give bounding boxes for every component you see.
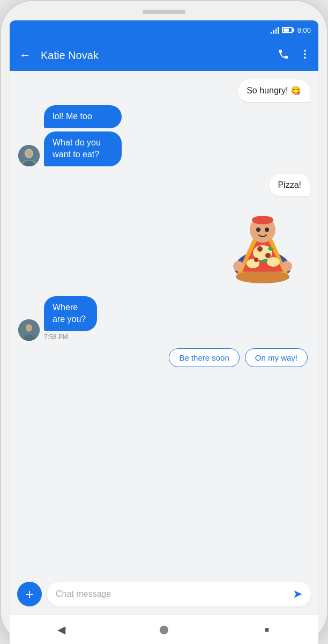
signal-icon [271, 26, 279, 34]
phone-icon[interactable] [278, 48, 289, 63]
contact-name: Katie Novak [41, 49, 270, 62]
top-bar: ← Katie Novak [10, 40, 318, 71]
smart-reply-chip-2[interactable]: On my way! [245, 348, 308, 367]
message-bubble: Pizza! [269, 174, 310, 196]
avatar [18, 145, 40, 166]
status-time: 8:00 [297, 26, 311, 34]
message-bubble: Where are you? [44, 296, 97, 331]
nav-bar: ◀ ⬤ ■ [10, 614, 318, 644]
chat-area: So hungry! 😋 lol! Me too [10, 71, 318, 576]
message-row: So hungry! 😋 [18, 79, 310, 102]
svg-rect-23 [253, 217, 272, 223]
top-icons [278, 48, 311, 63]
nav-recents-button[interactable]: ■ [256, 619, 278, 640]
svg-point-17 [265, 253, 271, 258]
nav-back-button[interactable]: ◀ [50, 619, 72, 640]
phone-device: 8:00 ← Katie Novak [0, 0, 328, 644]
send-button[interactable]: ➤ [293, 587, 302, 601]
message-timestamp: 7:58 PM [44, 333, 122, 341]
svg-point-11 [236, 270, 289, 283]
sticker-row [18, 202, 310, 288]
more-options-icon[interactable] [299, 48, 311, 63]
svg-point-0 [304, 49, 306, 52]
smart-reply-chip-1[interactable]: Be there soon [169, 348, 239, 367]
svg-point-2 [304, 56, 306, 58]
svg-point-29 [26, 324, 32, 332]
avatar [18, 319, 40, 341]
add-button[interactable]: + [17, 582, 42, 606]
svg-point-1 [304, 53, 306, 55]
message-bubble: What do you want to eat? [44, 131, 122, 166]
svg-point-15 [267, 257, 280, 267]
input-bar: + Chat message ➤ [10, 576, 318, 614]
phone-speaker [143, 10, 185, 14]
smart-replies: Be there soon On my way! [18, 344, 310, 371]
status-bar: 8:00 [10, 20, 318, 40]
svg-point-16 [257, 246, 263, 252]
message-bubble: lol! Me too [44, 105, 122, 128]
back-button[interactable]: ← [17, 46, 33, 64]
svg-point-6 [26, 150, 32, 157]
phone-screen: 8:00 ← Katie Novak [10, 20, 318, 644]
svg-point-27 [281, 261, 292, 272]
status-icons: 8:00 [271, 26, 311, 34]
pizza-sticker [220, 202, 305, 288]
input-placeholder: Chat message [56, 589, 111, 599]
message-bubble: So hungry! 😋 [238, 79, 310, 102]
svg-point-26 [233, 261, 244, 272]
message-row: Pizza! [18, 174, 310, 196]
nav-home-button[interactable]: ⬤ [153, 619, 175, 640]
battery-icon [282, 27, 293, 33]
chat-input-field[interactable]: Chat message ➤ [47, 582, 311, 606]
svg-point-25 [265, 228, 269, 232]
svg-point-18 [254, 258, 258, 262]
svg-point-24 [256, 228, 260, 232]
message-row: Where are you? 7:58 PM [18, 296, 310, 341]
message-row: lol! Me too What do you want to eat? [18, 105, 310, 166]
